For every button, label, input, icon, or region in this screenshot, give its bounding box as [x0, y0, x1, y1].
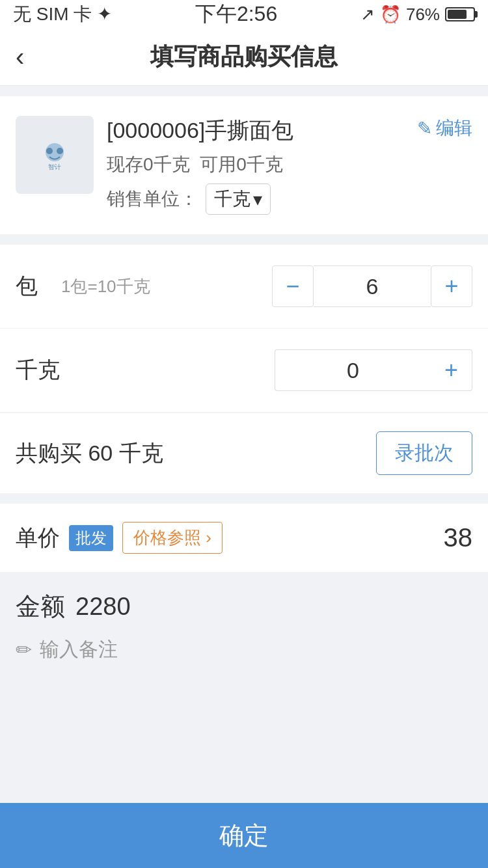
status-right: ↗ ⏰ 76%: [360, 5, 475, 25]
kg-plus-button[interactable]: +: [431, 349, 472, 391]
kg-controls: +: [275, 349, 472, 391]
unit-prefix: 销售单位：: [107, 187, 198, 211]
available-label: 可用0千克: [200, 154, 283, 174]
price-left: 单价 批发 价格参照 ›: [16, 522, 223, 554]
quantity-section: 包 1包=10千克 − + 千克 + 共购买 60 千克 录批次: [0, 245, 488, 493]
battery-percent: 76%: [406, 5, 440, 25]
amount-label: 金额: [16, 590, 65, 623]
unit-chevron: ▾: [253, 189, 262, 210]
pkg-plus-button[interactable]: +: [431, 265, 472, 307]
pkg-quantity-row: 包 1包=10千克 − +: [0, 245, 488, 329]
price-ref-button[interactable]: 价格参照 ›: [122, 522, 223, 554]
product-logo: 智计: [35, 135, 74, 174]
status-time: 下午2:56: [195, 0, 277, 29]
back-button[interactable]: ‹: [16, 42, 24, 72]
edit-button[interactable]: ✎ 编辑: [417, 116, 472, 141]
remark-icon: ✏: [16, 638, 32, 661]
price-type-tag: 批发: [69, 525, 113, 551]
svg-point-1: [46, 148, 53, 154]
price-section: 单价 批发 价格参照 › 38: [0, 504, 488, 572]
product-stock: 现存0千克 可用0千克: [107, 152, 404, 177]
total-text: 共购买 60 千克: [16, 439, 163, 468]
status-bar: 无 SIM 卡 ✦ 下午2:56 ↗ ⏰ 76%: [0, 0, 488, 29]
price-row: 单价 批发 价格参照 › 38: [16, 522, 472, 554]
pkg-label: 包: [16, 271, 55, 301]
product-unit: 销售单位： 千克 ▾: [107, 183, 404, 215]
batch-button[interactable]: 录批次: [376, 431, 472, 475]
kg-label: 千克: [16, 355, 60, 385]
nav-bar: ‹ 填写商品购买信息: [0, 29, 488, 86]
pkg-minus-button[interactable]: −: [272, 265, 314, 307]
product-card: 智计 [0000006]手撕面包 现存0千克 可用0千克 销售单位： 千克 ▾ …: [0, 96, 488, 234]
total-qty: 60: [88, 441, 113, 465]
status-left: 无 SIM 卡 ✦: [13, 2, 112, 27]
kg-quantity-row: 千克 +: [0, 329, 488, 413]
price-value: 38: [444, 523, 473, 552]
amount-row: 金额 2280: [16, 590, 472, 623]
total-unit: 千克: [119, 441, 163, 465]
product-image: 智计: [16, 116, 94, 194]
amount-section: 金额 2280 ✏ 输入备注: [0, 572, 488, 681]
svg-point-2: [57, 148, 63, 154]
battery-icon: [445, 7, 475, 21]
location-icon: ↗: [360, 5, 375, 25]
alarm-icon: ⏰: [380, 5, 401, 25]
total-row: 共购买 60 千克 录批次: [0, 413, 488, 493]
page-title: 填写商品购买信息: [150, 41, 338, 73]
product-title: 手撕面包: [205, 118, 293, 142]
stock-label: 现存0千克: [107, 154, 190, 174]
product-info: [0000006]手撕面包 现存0千克 可用0千克 销售单位： 千克 ▾: [107, 116, 404, 215]
confirm-button[interactable]: 确定: [0, 803, 488, 868]
sim-status: 无 SIM 卡 ✦: [13, 2, 112, 27]
edit-icon: ✎: [417, 118, 432, 139]
kg-input[interactable]: [275, 349, 431, 391]
unit-value: 千克: [214, 187, 251, 211]
product-code: [0000006]: [107, 118, 205, 142]
product-name: [0000006]手撕面包: [107, 116, 404, 146]
pkg-controls: − +: [272, 265, 472, 307]
total-label: 共购买: [16, 441, 82, 465]
remark-row[interactable]: ✏ 输入备注: [16, 636, 472, 663]
edit-label: 编辑: [436, 116, 472, 141]
pkg-sublabel: 1包=10千克: [61, 275, 272, 298]
battery-fill: [448, 10, 467, 19]
svg-text:智计: 智计: [48, 163, 61, 170]
amount-value: 2280: [75, 593, 131, 621]
price-label: 单价: [16, 523, 60, 553]
remark-placeholder[interactable]: 输入备注: [40, 636, 118, 663]
pkg-input[interactable]: [314, 265, 431, 307]
unit-selector[interactable]: 千克 ▾: [206, 183, 271, 215]
